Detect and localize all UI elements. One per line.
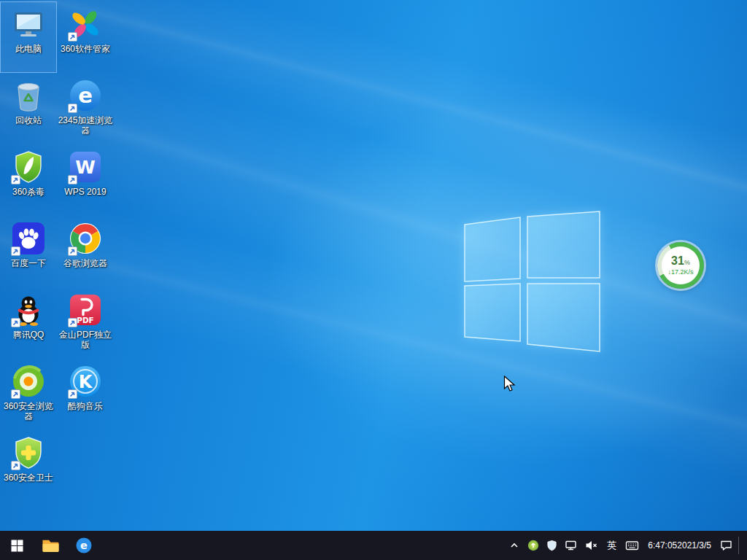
kingsoft-pdf-icon: PDF xyxy=(68,292,103,327)
touch-keyboard-icon xyxy=(625,540,639,551)
desktop-icon-360-antivirus[interactable]: 360杀毒 xyxy=(0,144,57,216)
svg-text:e: e xyxy=(78,83,93,108)
tray-volume-muted[interactable] xyxy=(581,531,602,560)
shield-icon xyxy=(546,540,557,551)
taskbar-browser[interactable]: e xyxy=(67,531,101,560)
desktop-icon-recycle-bin[interactable]: 回收站 xyxy=(0,73,57,144)
360-software-manager-icon xyxy=(68,7,103,42)
network-ethernet-icon xyxy=(565,540,578,551)
browser-e-icon: e xyxy=(75,537,93,554)
desktop-icon-label: 谷歌浏览器 xyxy=(63,258,107,268)
desktop-icon-label: 此电脑 xyxy=(15,44,42,54)
desktop-icon-label: 百度一下 xyxy=(11,258,46,268)
speed-float-ball-face: 31% ↓17.2K/s xyxy=(662,246,700,284)
desktop-wallpaper[interactable]: 此电脑 回收站 xyxy=(0,0,747,531)
desktop-icon-chrome[interactable]: 谷歌浏览器 xyxy=(57,216,114,287)
tray-network[interactable] xyxy=(561,531,581,560)
tencent-qq-icon xyxy=(11,292,46,327)
chrome-icon xyxy=(68,221,103,256)
download-speed: ↓17.2K/s xyxy=(667,268,693,276)
shortcut-arrow-icon xyxy=(68,246,77,256)
kugou-music-icon: K xyxy=(68,364,103,399)
file-explorer-icon xyxy=(42,537,60,553)
desktop-icon-360-secure-browser[interactable]: 360安全浏览器 xyxy=(0,359,57,430)
shortcut-arrow-icon xyxy=(11,246,20,256)
tray-touch-keyboard[interactable] xyxy=(622,531,643,560)
windows-desktop: 此电脑 回收站 xyxy=(0,0,747,560)
tray-hidden-icons-chevron[interactable] xyxy=(505,531,524,560)
desktop-icon-label: 2345加速浏览器 xyxy=(58,115,113,136)
360-secure-browser-icon xyxy=(11,364,46,399)
input-method-indicator[interactable]: 英 xyxy=(602,531,622,560)
baidu-icon xyxy=(11,221,46,256)
desktop-icon-column-1: 此电脑 回收站 xyxy=(0,1,57,502)
shortcut-arrow-icon xyxy=(68,389,77,399)
speaker-muted-icon xyxy=(585,540,598,551)
svg-text:PDF: PDF xyxy=(77,316,94,324)
taskbar-divider xyxy=(738,537,739,554)
action-center-icon xyxy=(720,540,732,551)
desktop-icon-360-safeguard[interactable]: 360安全卫士 xyxy=(0,430,57,502)
desktop-icon-baidu[interactable]: 百度一下 xyxy=(0,216,57,287)
desktop-icon-wps-2019[interactable]: W WPS 2019 xyxy=(57,144,114,216)
desktop-icon-360-software-manager[interactable]: 360软件管家 xyxy=(57,1,114,73)
desktop-icon-tencent-qq[interactable]: 腾讯QQ xyxy=(0,287,57,359)
desktop-icon-label: 360软件管家 xyxy=(61,44,110,54)
taskbar: e xyxy=(0,531,747,560)
desktop-icon-label: 360安全卫士 xyxy=(4,472,53,483)
taskbar-clock[interactable]: 6:47:05 2021/3/5 xyxy=(643,531,716,560)
desktop-icon-label: 360安全浏览器 xyxy=(1,401,56,421)
system-tray: 英 6:47:05 2021/3/5 xyxy=(505,531,747,560)
green-circle-up-icon xyxy=(527,540,539,551)
show-desktop-button[interactable] xyxy=(741,531,745,560)
windows-logo-wallpaper xyxy=(434,195,624,363)
desktop-icon-kingsoft-pdf[interactable]: PDF 金山PDF独立版 xyxy=(57,287,114,359)
shortcut-arrow-icon xyxy=(68,175,77,184)
shortcut-arrow-icon xyxy=(11,318,20,327)
windows-start-icon xyxy=(11,540,23,552)
recycle-bin-icon xyxy=(11,78,46,113)
this-pc-icon xyxy=(11,7,46,42)
360-antivirus-icon xyxy=(11,149,46,184)
desktop-icon-kugou-music[interactable]: K 酷狗音乐 xyxy=(57,359,114,430)
wps-2019-icon: W xyxy=(68,149,103,184)
action-center-button[interactable] xyxy=(716,531,736,560)
svg-text:K: K xyxy=(79,372,93,392)
desktop-icon-label: WPS 2019 xyxy=(64,187,106,197)
desktop-icon-column-2: 360软件管家 e 2345加速浏览器 xyxy=(57,1,114,430)
desktop-icon-label: 酷狗音乐 xyxy=(68,401,103,411)
shortcut-arrow-icon xyxy=(68,104,77,113)
speed-float-ball[interactable]: 31% ↓17.2K/s xyxy=(657,242,704,289)
svg-text:W: W xyxy=(75,157,96,178)
2345-browser-icon: e xyxy=(68,78,103,113)
progress-percent: 31% xyxy=(671,255,690,268)
tray-security-shield[interactable] xyxy=(543,531,561,560)
shortcut-arrow-icon xyxy=(11,461,20,470)
tray-360-icon[interactable] xyxy=(524,531,543,560)
shortcut-arrow-icon xyxy=(11,389,20,399)
clock-date: 2021/3/5 xyxy=(677,540,711,551)
desktop-icon-label: 腾讯QQ xyxy=(13,330,44,340)
taskbar-file-explorer[interactable] xyxy=(34,531,67,560)
desktop-icon-label: 金山PDF独立版 xyxy=(58,330,113,350)
desktop-icon-2345-browser[interactable]: e 2345加速浏览器 xyxy=(57,73,114,144)
shortcut-arrow-icon xyxy=(11,175,20,184)
shortcut-arrow-icon xyxy=(68,318,77,327)
desktop-icon-this-pc[interactable]: 此电脑 xyxy=(0,1,57,73)
360-safeguard-icon xyxy=(11,435,46,470)
desktop-icon-label: 360杀毒 xyxy=(12,187,44,197)
mouse-cursor xyxy=(503,376,516,396)
desktop-icon-label: 回收站 xyxy=(15,115,42,125)
clock-time: 6:47:05 xyxy=(648,540,677,551)
start-button[interactable] xyxy=(0,531,34,560)
shortcut-arrow-icon xyxy=(68,32,77,42)
chevron-up-icon xyxy=(508,540,520,551)
svg-text:e: e xyxy=(80,540,88,551)
